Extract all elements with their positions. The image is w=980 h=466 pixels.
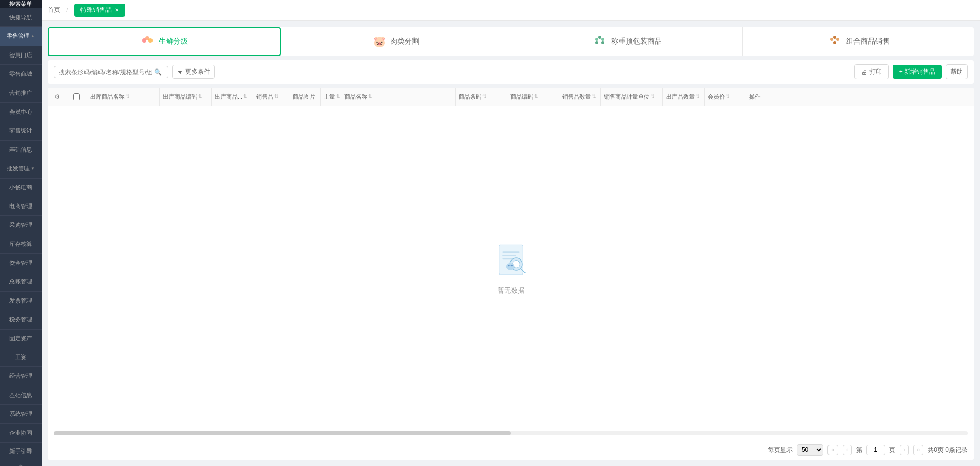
sidebar-item-wholesale-mgmt[interactable]: 批发管理 ▼	[0, 159, 42, 178]
page-number-input[interactable]	[866, 445, 885, 455]
print-button[interactable]: 🖨 打印	[854, 64, 889, 79]
th-product-name[interactable]: 商品名称 ⇅	[341, 88, 456, 106]
svg-point-21	[510, 265, 512, 266]
th-main-measure[interactable]: 主量 ⇅	[321, 88, 341, 106]
search-input-wrap[interactable]: 🔍	[54, 66, 168, 78]
svg-point-4	[598, 36, 601, 39]
page-unit: 页	[889, 446, 895, 455]
sidebar-item-basic-info2[interactable]: 基础信息	[0, 386, 42, 405]
th-outbound-code-label: 出库商品编码	[163, 93, 197, 101]
th-outbound-qty[interactable]: 出库品数量 ⇅	[663, 88, 705, 106]
th-sales-item-sort[interactable]: ⇅	[274, 94, 279, 99]
sidebar-item-retail-mgmt[interactable]: 零售管理 ▲	[0, 27, 42, 46]
th-outbound-spec[interactable]: 出库商品... ⇅	[212, 88, 253, 106]
sidebar-gear-icon[interactable]: ⚙	[0, 459, 42, 466]
th-outbound-code-sort[interactable]: ⇅	[198, 94, 202, 99]
active-tab[interactable]: 特殊销售品 ✕	[74, 4, 125, 17]
prev-page-button[interactable]: ‹	[843, 445, 852, 455]
sidebar-item-mini-ecom[interactable]: 小畅电商	[0, 179, 42, 197]
th-sales-unit-label: 销售商品计量单位	[604, 93, 650, 101]
th-outbound-qty-sort[interactable]: ⇅	[696, 94, 700, 99]
sidebar-logo[interactable]: 搜索菜单	[0, 0, 42, 8]
cat-tab-meat-cut[interactable]: 🐷 肉类分割	[281, 27, 512, 56]
svg-rect-13	[502, 251, 519, 253]
scrollbar-track[interactable]	[54, 431, 968, 435]
new-item-button[interactable]: + 新增销售品	[893, 65, 942, 79]
th-member-price[interactable]: 会员价 ⇅	[705, 88, 746, 106]
sidebar-item-member-center[interactable]: 会员中心	[0, 103, 42, 121]
svg-point-2	[148, 38, 153, 43]
th-actions: 操作	[746, 88, 974, 106]
sidebar-item-quick-nav[interactable]: 快捷导航	[0, 8, 42, 27]
sidebar-item-sys-mgmt[interactable]: 系统管理	[0, 405, 42, 423]
th-sales-qty[interactable]: 销售品数量 ⇅	[559, 88, 601, 106]
th-member-price-sort[interactable]: ⇅	[726, 94, 730, 99]
th-outbound-code[interactable]: 出库商品编码 ⇅	[160, 88, 212, 106]
th-product-code-label: 商品编码	[510, 93, 533, 101]
sidebar-item-purchase-mgmt[interactable]: 采购管理	[0, 216, 42, 235]
select-all-checkbox[interactable]	[73, 93, 80, 100]
sidebar-item-enterprise[interactable]: 企业协同	[0, 424, 42, 443]
last-page-button[interactable]: »	[913, 445, 924, 455]
cat-tab-combo-sales[interactable]: 组合商品销售	[743, 27, 974, 56]
breadcrumb-home[interactable]: 首页	[48, 6, 60, 15]
total-label: 共0页 0条记录	[928, 446, 968, 455]
th-outbound-name-sort[interactable]: ⇅	[126, 94, 130, 99]
th-barcode-sort[interactable]: ⇅	[482, 94, 487, 99]
cat-tab-fresh-grade-label: 生鲜分级	[159, 37, 188, 46]
sidebar-item-fixed-assets[interactable]: 固定资产	[0, 330, 42, 348]
sidebar-new-guide[interactable]: 新手引导	[0, 443, 42, 459]
th-sales-unit[interactable]: 销售商品计量单位 ⇅	[601, 88, 663, 106]
th-outbound-name[interactable]: 出库商品名称 ⇅	[87, 88, 160, 106]
th-product-code-sort[interactable]: ⇅	[534, 94, 539, 99]
svg-point-6	[595, 41, 598, 44]
sidebar-item-invoice-mgmt[interactable]: 发票管理	[0, 292, 42, 310]
cat-tab-weight-pack[interactable]: 称重预包装商品	[512, 27, 743, 56]
first-page-button[interactable]: «	[827, 445, 838, 455]
sidebar-item-retail-stats[interactable]: 零售统计	[0, 121, 42, 140]
th-sales-qty-sort[interactable]: ⇅	[592, 94, 596, 99]
sidebar-item-retail-mall[interactable]: 零售商城	[0, 65, 42, 84]
cat-tab-fresh-grade[interactable]: 生鲜分级	[48, 27, 281, 56]
empty-state: 暂无数据	[48, 106, 974, 427]
sidebar-item-finance[interactable]: 资金管理	[0, 254, 42, 272]
filter-button[interactable]: ▼ 更多条件	[172, 65, 215, 79]
th-settings[interactable]: ⚙	[48, 88, 66, 106]
help-button[interactable]: 帮助	[946, 64, 968, 79]
svg-point-7	[601, 41, 604, 44]
sidebar-item-ops-mgmt[interactable]: 经营管理	[0, 367, 42, 386]
th-checkbox[interactable]	[66, 88, 87, 106]
print-icon: 🖨	[861, 68, 867, 76]
tab-close-icon[interactable]: ✕	[115, 7, 119, 13]
sidebar-item-salary[interactable]: 工资	[0, 348, 42, 367]
search-input[interactable]	[59, 68, 152, 76]
svg-point-8	[830, 38, 833, 41]
sidebar-item-sales-promo[interactable]: 营销推广	[0, 84, 42, 103]
sidebar-item-general-ledger[interactable]: 总账管理	[0, 272, 42, 291]
sidebar-item-inventory[interactable]: 库存核算	[0, 235, 42, 254]
th-outbound-spec-sort[interactable]: ⇅	[243, 94, 247, 99]
sidebar: 搜索菜单 快捷导航 零售管理 ▲ 智慧门店 零售商城 营销推广 会员中心 零售统…	[0, 0, 42, 466]
scrollbar-thumb[interactable]	[54, 431, 511, 435]
help-label: 帮助	[950, 68, 963, 75]
arrow-icon-2: ▼	[31, 166, 35, 171]
sidebar-item-smart-store[interactable]: 智慧门店	[0, 46, 42, 65]
horizontal-scroll[interactable]	[48, 427, 974, 440]
cat-tab-meat-cut-label: 肉类分割	[390, 37, 419, 46]
sidebar-item-ecom-mgmt[interactable]: 电商管理	[0, 197, 42, 216]
sidebar-item-tax-mgmt[interactable]: 税务管理	[0, 310, 42, 329]
sidebar-item-basic-info[interactable]: 基础信息	[0, 141, 42, 159]
next-page-button[interactable]: ›	[900, 445, 909, 455]
fresh-grade-icon	[140, 34, 155, 49]
th-product-code[interactable]: 商品编码 ⇅	[507, 88, 559, 106]
th-sales-unit-sort[interactable]: ⇅	[651, 94, 655, 99]
table-header: ⚙ 出库商品名称 ⇅ 出库商品编码 ⇅ 出库商品... ⇅	[48, 88, 974, 106]
filter-icon: ▼	[177, 68, 183, 76]
th-product-name-sort[interactable]: ⇅	[368, 94, 372, 99]
th-main-measure-sort[interactable]: ⇅	[336, 94, 340, 99]
th-outbound-name-label: 出库商品名称	[90, 93, 125, 101]
th-main-measure-label: 主量	[324, 93, 335, 101]
th-sales-item[interactable]: 销售品 ⇅	[253, 88, 289, 106]
per-page-select[interactable]: 50 10 20 100	[797, 444, 823, 456]
th-barcode[interactable]: 商品条码 ⇅	[456, 88, 507, 106]
